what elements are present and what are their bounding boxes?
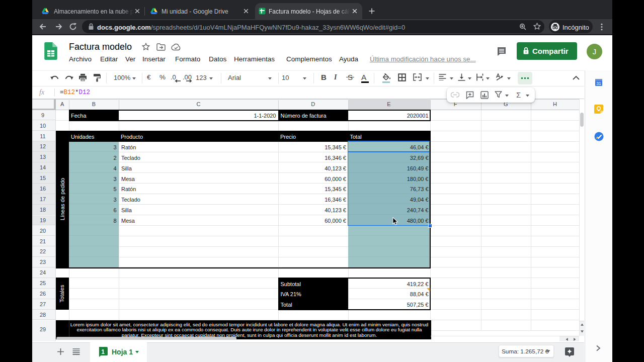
svg-text:31: 31 <box>596 81 601 86</box>
svg-text:1: 1 <box>101 348 105 355</box>
